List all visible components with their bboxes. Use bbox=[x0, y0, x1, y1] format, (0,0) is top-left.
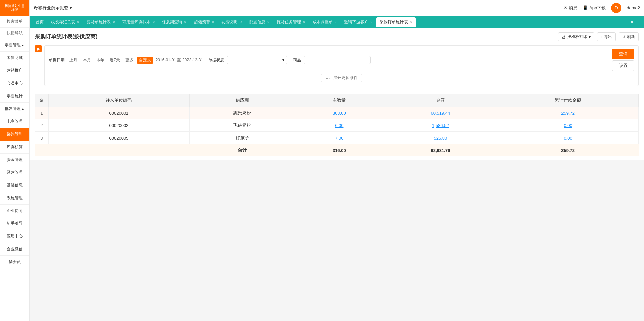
row-qty[interactable]: 6.00 bbox=[295, 119, 384, 132]
close-icon[interactable]: × bbox=[239, 20, 241, 24]
sidebar-item-inventory[interactable]: 库存核算 bbox=[0, 141, 29, 154]
sidebar-item-label: 零售商城 bbox=[7, 55, 23, 61]
sidebar-item-system[interactable]: 系统管理 bbox=[0, 192, 29, 205]
col-header-supplier: 供应商 bbox=[190, 94, 295, 107]
shortcut-custom[interactable]: 自定义 bbox=[137, 57, 153, 64]
sidebar-item-wholesale[interactable]: 批发管理 ▲ bbox=[0, 103, 29, 115]
goods-input[interactable]: ··· bbox=[304, 56, 371, 64]
chevron-down-icon: ▾ bbox=[589, 35, 591, 39]
close-icon[interactable]: × bbox=[153, 20, 155, 24]
close-all-tabs-icon[interactable]: ✕ bbox=[630, 19, 634, 25]
row-code: 00020005 bbox=[48, 132, 190, 144]
shortcut-this-year[interactable]: 本年 bbox=[94, 57, 106, 64]
sidebar-item-finance[interactable]: 资金管理 bbox=[0, 154, 29, 166]
sidebar-item-member-plus[interactable]: 畅会员 bbox=[0, 256, 29, 268]
row-num: 2 bbox=[35, 119, 48, 132]
sidebar-item-basic-info[interactable]: 基础信息 bbox=[0, 179, 29, 192]
row-qty[interactable]: 7.00 bbox=[295, 132, 384, 144]
sidebar-search[interactable]: 搜索菜单 bbox=[0, 16, 29, 28]
shortcut-7days[interactable]: 近7天 bbox=[108, 57, 122, 64]
close-icon[interactable]: × bbox=[267, 20, 269, 24]
row-amount[interactable]: 1,586.52 bbox=[384, 119, 497, 132]
avatar[interactable]: D bbox=[611, 3, 621, 13]
footer-total-label: 合计 bbox=[190, 144, 295, 157]
shortcut-more[interactable]: 更多 bbox=[123, 57, 136, 64]
settings-button[interactable]: 设置 bbox=[612, 60, 634, 71]
sidebar-item-newbie[interactable]: 新手引导 bbox=[0, 217, 29, 230]
close-icon[interactable]: × bbox=[113, 20, 115, 24]
app-download-button[interactable]: 📱 App下载 bbox=[583, 5, 606, 11]
sidebar-item-app-center[interactable]: 应用中心 bbox=[0, 230, 29, 243]
query-button[interactable]: 查询 bbox=[612, 49, 634, 59]
template-print-button[interactable]: 🖨 按模板打印 ▾ bbox=[558, 32, 594, 41]
table-footer-row: 合计 316.00 62,631.76 259.72 bbox=[35, 144, 639, 157]
username-label: demo2 bbox=[627, 5, 640, 10]
row-amount[interactable]: 60,519.44 bbox=[384, 107, 497, 119]
purchase-stats-table: ⚙ 往来单位编码 供应商 主数量 金额 累计付款金额 1 00020001 bbox=[35, 94, 639, 156]
tab-label: 要货单统计表 bbox=[87, 19, 111, 25]
tab-order-stats[interactable]: 要货单统计表 × bbox=[83, 17, 118, 27]
sidebar-item-retail-stats[interactable]: 零售统计 bbox=[0, 90, 29, 103]
export-button[interactable]: ↓ 导出 bbox=[597, 32, 616, 41]
gear-icon[interactable]: ⚙ bbox=[39, 98, 44, 103]
tab-overstock[interactable]: 超储预警 × bbox=[191, 17, 217, 27]
row-qty[interactable]: 303.00 bbox=[295, 107, 384, 119]
sidebar-item-operations[interactable]: 经营管理 bbox=[0, 166, 29, 179]
sidebar-item-label: 经营管理 bbox=[7, 170, 23, 175]
inner-page: 采购订单统计表(按供应商) 🖨 按模板打印 ▾ ↓ 导出 ↺ 刷新 bbox=[30, 28, 644, 160]
sidebar-item-collab[interactable]: 企业协同 bbox=[0, 205, 29, 217]
row-paid[interactable]: 259.72 bbox=[497, 107, 639, 119]
shortcut-last-month[interactable]: 上月 bbox=[67, 57, 79, 64]
tab-purchase-stats[interactable]: 采购订单统计表 × bbox=[376, 17, 415, 27]
nav-tabs: 首页 收发存汇总表 × 要货单统计表 × 可用量库存账本 × 保质期查询 × 超… bbox=[30, 16, 644, 28]
workspace-selector[interactable]: 母婴行业演示账套 ▾ bbox=[34, 5, 72, 11]
tab-cost-adj[interactable]: 成本调整单 × bbox=[309, 17, 340, 27]
col-header-code: 往来单位编码 bbox=[48, 94, 190, 107]
tab-expiry[interactable]: 保质期查询 × bbox=[159, 17, 190, 27]
logo-sub: 标版 bbox=[11, 8, 18, 12]
sidebar-item-marketing[interactable]: 营销推广 bbox=[0, 64, 29, 77]
shortcut-this-month[interactable]: 本月 bbox=[81, 57, 93, 64]
close-icon[interactable]: × bbox=[184, 20, 186, 24]
nav-tabs-actions: ✕ ⛶ bbox=[630, 19, 641, 25]
row-code: 00020002 bbox=[48, 119, 190, 132]
status-filter-label: 单据状态 bbox=[208, 57, 224, 63]
sidebar-item-purchase[interactable]: 采购管理 bbox=[0, 128, 29, 141]
close-icon[interactable]: × bbox=[370, 20, 372, 24]
tab-config[interactable]: 配置信息 × bbox=[246, 17, 273, 27]
close-icon[interactable]: × bbox=[303, 20, 305, 24]
close-icon[interactable]: × bbox=[335, 20, 337, 24]
sidebar-item-retail-mall[interactable]: 零售商城 bbox=[0, 52, 29, 64]
expand-conditions-button[interactable]: ⌄⌄ 展开更多条件 bbox=[321, 74, 362, 82]
row-paid[interactable]: 0.00 bbox=[497, 132, 639, 144]
sidebar-item-retail-mgmt[interactable]: 零售管理 ▲ bbox=[0, 39, 29, 52]
sidebar-item-enterprise-wechat[interactable]: 企业微信 bbox=[0, 243, 29, 256]
close-icon[interactable]: × bbox=[410, 20, 412, 24]
sidebar-item-label: 基础信息 bbox=[7, 182, 23, 188]
close-icon[interactable]: × bbox=[77, 20, 79, 24]
refresh-button[interactable]: ↺ 刷新 bbox=[619, 32, 639, 41]
tab-label: 保质期查询 bbox=[162, 19, 182, 25]
tab-receive-send[interactable]: 收发存汇总表 × bbox=[48, 17, 83, 27]
tab-invite[interactable]: 邀请下游客户 × bbox=[341, 17, 376, 27]
tab-pick-task[interactable]: 拣货任务管理 × bbox=[273, 17, 308, 27]
message-button[interactable]: ✉ 消息 bbox=[564, 5, 577, 11]
sidebar-item-ecommerce[interactable]: 电商管理 bbox=[0, 115, 29, 128]
table-row: 3 00020005 好孩子 7.00 525.80 0.00 bbox=[35, 132, 639, 144]
message-label: 消息 bbox=[569, 5, 577, 11]
sidebar-item-member[interactable]: 会员中心 bbox=[0, 77, 29, 90]
export-icon: ↓ bbox=[601, 35, 603, 39]
tab-func-desc[interactable]: 功能说明 × bbox=[218, 17, 245, 27]
row-paid[interactable]: 0.00 bbox=[497, 119, 639, 132]
row-amount[interactable]: 525.80 bbox=[384, 132, 497, 144]
page-title-text: 采购订单统计表(按供应商) bbox=[35, 33, 98, 40]
sidebar-quick-nav[interactable]: 快捷导航 bbox=[0, 28, 29, 39]
collapse-filter-button[interactable]: ▶ bbox=[35, 45, 42, 52]
close-icon[interactable]: × bbox=[212, 20, 214, 24]
status-select[interactable]: ▾ bbox=[227, 56, 287, 64]
goods-filter-group: 商品 ··· bbox=[293, 56, 371, 64]
tab-available-stock[interactable]: 可用量库存账本 × bbox=[119, 17, 158, 27]
sidebar-item-label: 采购管理 bbox=[7, 131, 23, 137]
fullscreen-icon[interactable]: ⛶ bbox=[637, 19, 641, 25]
tab-home[interactable]: 首页 bbox=[32, 17, 47, 27]
